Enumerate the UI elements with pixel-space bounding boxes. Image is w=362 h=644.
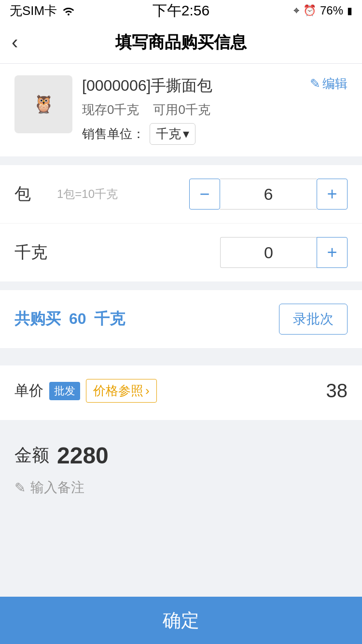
total-text: 共购买 60 千克 bbox=[14, 308, 125, 330]
amount-value: 2280 bbox=[57, 442, 109, 469]
bag-hint: 1包=10千克 bbox=[57, 186, 189, 202]
bag-controls: − + bbox=[189, 179, 348, 210]
bag-quantity-row: 包 1包=10千克 − + bbox=[0, 165, 362, 224]
confirm-label: 确定 bbox=[163, 608, 199, 633]
status-right: ⌖ ⏰ 76% ▮ bbox=[293, 4, 352, 17]
available-text: 可用0千克 bbox=[153, 102, 210, 117]
bag-minus-button[interactable]: − bbox=[189, 179, 220, 210]
quantity-section: 包 1包=10千克 − + 千克 + bbox=[0, 165, 362, 281]
carrier-text: 无SIM卡 bbox=[10, 2, 57, 19]
edit-icon: ✎ bbox=[310, 76, 320, 91]
product-logo: 🦉 bbox=[33, 94, 55, 114]
nav-title: 填写商品购买信息 bbox=[115, 31, 247, 54]
price-value: 38 bbox=[326, 380, 348, 402]
product-unit-row: 销售单位： 千克 ▾ bbox=[82, 123, 348, 145]
product-info: [0000006]手撕面包 现存0千克 可用0千克 销售单位： 千克 ▾ bbox=[82, 75, 348, 145]
bag-label: 包 bbox=[14, 183, 53, 205]
product-card: 🦉 [0000006]手撕面包 现存0千克 可用0千克 销售单位： 千克 ▾ bbox=[0, 64, 362, 156]
main-content: 🦉 [0000006]手撕面包 现存0千克 可用0千克 销售单位： 千克 ▾ bbox=[0, 64, 362, 644]
status-left: 无SIM卡 bbox=[10, 2, 75, 19]
battery-icon: ▮ bbox=[347, 5, 352, 16]
battery-text: 76% bbox=[320, 4, 343, 17]
back-button[interactable]: ‹ bbox=[12, 31, 18, 53]
price-row: 单价 批发 价格参照 › 38 bbox=[14, 379, 348, 403]
pencil-icon: ✎ bbox=[14, 480, 26, 496]
edit-label: 编辑 bbox=[322, 75, 348, 92]
edit-button[interactable]: ✎ 编辑 bbox=[310, 75, 348, 92]
amount-row: 金额 2280 bbox=[14, 442, 348, 469]
total-amount: 60 bbox=[69, 310, 86, 327]
alarm-icon: ⏰ bbox=[303, 4, 316, 17]
product-stock: 现存0千克 可用0千克 bbox=[82, 101, 348, 118]
kg-label: 千克 bbox=[14, 241, 53, 264]
product-thumbnail: 🦉 bbox=[14, 75, 72, 133]
price-ref-label: 价格参照 bbox=[93, 382, 143, 399]
remark-placeholder: 输入备注 bbox=[30, 478, 84, 497]
kg-quantity-row: 千克 + bbox=[0, 224, 362, 281]
kg-plus-button[interactable]: + bbox=[317, 237, 348, 268]
amount-section: 金额 2280 ✎ 输入备注 bbox=[0, 429, 362, 506]
nav-bar: ‹ 填写商品购买信息 bbox=[0, 21, 362, 64]
price-ref-arrow: › bbox=[145, 383, 150, 398]
price-ref-button[interactable]: 价格参照 › bbox=[86, 379, 157, 403]
unit-select[interactable]: 千克 ▾ bbox=[150, 123, 195, 145]
remark-row[interactable]: ✎ 输入备注 bbox=[14, 478, 348, 497]
status-bar: 无SIM卡 下午2:56 ⌖ ⏰ 76% ▮ bbox=[0, 0, 362, 21]
total-section: 共购买 60 千克 录批次 bbox=[0, 290, 362, 348]
price-section: 单价 批发 价格参照 › 38 bbox=[0, 365, 362, 420]
stock-text: 现存0千克 bbox=[82, 102, 139, 117]
unit-label: 销售单位： bbox=[82, 126, 145, 142]
kg-input[interactable] bbox=[220, 237, 317, 268]
product-name: [0000006]手撕面包 bbox=[82, 75, 348, 97]
total-unit: 千克 bbox=[94, 310, 125, 327]
status-time: 下午2:56 bbox=[153, 1, 209, 21]
total-prefix: 共购买 bbox=[14, 310, 61, 327]
batch-button[interactable]: 录批次 bbox=[279, 304, 348, 335]
price-type-tag: 批发 bbox=[49, 382, 80, 400]
dropdown-icon: ▾ bbox=[183, 126, 189, 141]
bag-plus-button[interactable]: + bbox=[317, 179, 348, 210]
kg-controls: + bbox=[220, 237, 348, 268]
bag-input[interactable] bbox=[220, 179, 317, 210]
wifi-icon bbox=[62, 6, 75, 15]
section-separator-1 bbox=[0, 357, 362, 365]
price-label: 单价 bbox=[14, 381, 43, 401]
amount-label: 金额 bbox=[14, 444, 49, 467]
confirm-button[interactable]: 确定 bbox=[0, 597, 362, 644]
unit-value: 千克 bbox=[156, 126, 181, 142]
location-icon: ⌖ bbox=[293, 4, 299, 17]
price-label-group: 单价 批发 价格参照 › bbox=[14, 379, 157, 403]
